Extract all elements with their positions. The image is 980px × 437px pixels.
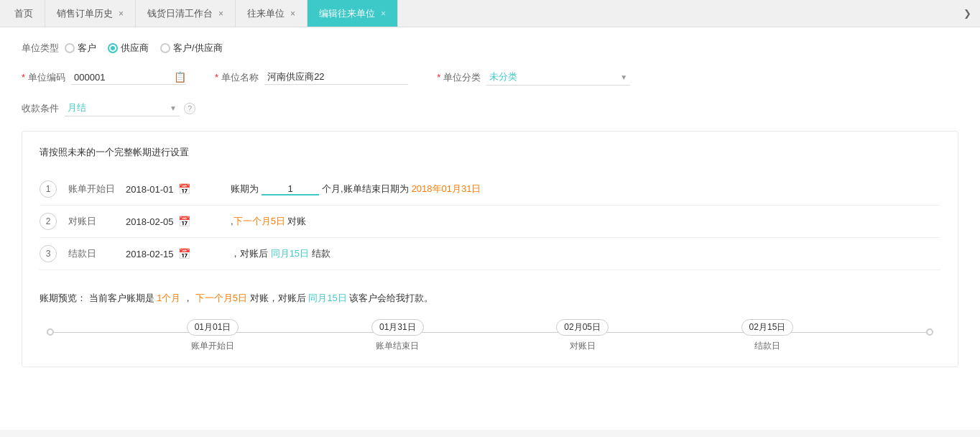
unit-name-star: * — [215, 72, 218, 83]
timeline-dot-left — [47, 328, 54, 336]
tab-sales-history[interactable]: 销售订单历史 × — [45, 0, 136, 27]
preview-highlight2: 下一个月5日 — [195, 293, 247, 303]
unit-code-icon[interactable]: 📋 — [174, 71, 186, 83]
timeline-badge-1: 01月01日 — [187, 319, 239, 336]
step-num-1: 1 — [40, 180, 57, 198]
step-value-3: 2018-02-15 📅 — [126, 248, 219, 259]
payment-value: 月结 — [68, 101, 167, 114]
step1-date: 2018-01-01 — [126, 184, 174, 195]
preview-section: 账期预览： 当前客户账期是 1个月 ， 下一个月5日 对账，对账后 同月15日 … — [40, 282, 940, 352]
unit-cat-label: 单位分类 — [443, 71, 481, 84]
radio-both[interactable]: 客户/供应商 — [160, 42, 223, 55]
step1-cal-icon[interactable]: 📅 — [178, 183, 190, 195]
tab-partner-label: 往来单位 — [247, 7, 285, 20]
payment-arrow: ▼ — [170, 104, 177, 112]
timeline-end-dot — [926, 319, 933, 336]
preview-highlight3: 同月15日 — [308, 293, 346, 303]
radio-customer-label: 客户 — [78, 42, 96, 55]
timeline-item-1: 01月01日 账单开始日 — [187, 319, 239, 352]
tab-expand-btn[interactable]: ❯ — [955, 0, 980, 27]
unit-category-group: * 单位分类 未分类 ▼ — [437, 69, 630, 86]
unit-name-input[interactable] — [264, 70, 408, 85]
unit-code-label: 单位编码 — [28, 71, 65, 84]
radio-both-circle — [160, 43, 170, 53]
step2-next-month: 下一个月5日 — [234, 216, 285, 226]
step-value-1: 2018-01-01 📅 — [126, 183, 219, 195]
unit-info-row: * 单位编码 📋 * 单位名称 * 单位分类 未分类 ▼ — [22, 69, 958, 86]
timeline-label-4: 结款日 — [754, 340, 780, 352]
step3-cal-icon[interactable]: 📅 — [178, 248, 190, 259]
unit-type-radio-group: 客户 供应商 客户/供应商 — [65, 42, 223, 55]
payment-help-icon[interactable]: ? — [184, 103, 195, 114]
unit-type-label: 单位类型 — [22, 42, 59, 55]
step1-period-input[interactable] — [262, 183, 319, 196]
step-row-2: 2 对账日 2018-02-05 📅 ,下一个月5日 对账 — [40, 206, 940, 238]
preview-text4: 该客户会给我打款。 — [349, 293, 433, 303]
tab-edit-label: 编辑往来单位 — [319, 7, 375, 20]
tab-partner[interactable]: 往来单位 × — [236, 0, 308, 27]
radio-customer[interactable]: 客户 — [65, 42, 96, 55]
tab-home[interactable]: 首页 — [0, 0, 45, 27]
unit-cat-dropdown[interactable]: 未分类 ▼ — [486, 69, 630, 86]
step-value-2: 2018-02-05 📅 — [126, 216, 219, 227]
unit-type-row: 单位类型 客户 供应商 客户/供应商 — [22, 42, 958, 55]
step3-pay: 结款 — [309, 248, 330, 259]
main-content: 单位类型 客户 供应商 客户/供应商 * 单位编码 — [0, 27, 980, 430]
step3-same-month: 同月15日 — [271, 248, 309, 259]
section-title: 请按照未来的一个完整帐期进行设置 — [40, 146, 940, 159]
preview-text: 账期预览： 当前客户账期是 1个月 ， 下一个月5日 对账，对账后 同月15日 … — [40, 292, 940, 305]
tab-sales-label: 销售订单历史 — [57, 7, 113, 20]
timeline-label-2: 账单结束日 — [376, 340, 419, 352]
unit-cat-arrow: ▼ — [620, 73, 627, 81]
step-desc-3: ，对账后 同月15日 结款 — [231, 247, 330, 260]
tab-partner-close[interactable]: × — [290, 9, 295, 19]
unit-name-group: * 单位名称 — [215, 70, 408, 85]
tab-edit-close[interactable]: × — [381, 9, 386, 19]
tab-sales-close[interactable]: × — [119, 9, 124, 19]
payment-row: 收款条件 月结 ▼ ? — [22, 100, 958, 116]
preview-text2: ， — [183, 293, 193, 303]
section-card: 请按照未来的一个完整帐期进行设置 1 账单开始日 2018-01-01 📅 账期… — [22, 131, 958, 367]
step2-cal-icon[interactable]: 📅 — [178, 216, 190, 227]
timeline-label-1: 账单开始日 — [191, 340, 234, 352]
step2-date: 2018-02-05 — [126, 216, 174, 227]
step1-desc-after: 个月,账单结束日期为 — [322, 183, 409, 196]
unit-code-input[interactable] — [71, 70, 171, 84]
tab-cash-close[interactable]: × — [218, 9, 223, 19]
timeline-row: 01月01日 账单开始日 01月31日 账单结束日 02月05日 对账日 — [47, 319, 933, 352]
radio-supplier-dot — [111, 46, 115, 50]
step1-end-date: 2018年01月31日 — [412, 183, 481, 196]
step-num-3: 3 — [40, 245, 57, 262]
unit-code-input-wrapper: 📋 — [71, 70, 186, 85]
tab-home-label: 首页 — [14, 7, 33, 20]
step-row-3: 3 结款日 2018-02-15 📅 ，对账后 同月15日 结款 — [40, 238, 940, 270]
step-row-1: 1 账单开始日 2018-01-01 📅 账期为 个月,账单结束日期为 2018… — [40, 173, 940, 206]
radio-supplier-circle — [108, 43, 118, 53]
step-label-2: 对账日 — [68, 215, 126, 228]
preview-highlight1: 1个月 — [157, 293, 180, 303]
timeline-label-3: 对账日 — [570, 340, 596, 352]
timeline-item-3: 02月05日 对账日 — [556, 319, 609, 352]
step-label-3: 结款日 — [68, 247, 126, 260]
step-label-1: 账单开始日 — [68, 183, 126, 196]
step-desc-1: 账期为 个月,账单结束日期为 2018年01月31日 — [231, 183, 481, 196]
radio-both-label: 客户/供应商 — [173, 42, 223, 55]
step3-date: 2018-02-15 — [126, 249, 174, 259]
payment-dropdown[interactable]: 月结 ▼ — [65, 100, 180, 116]
preview-text3: 对账，对账后 — [250, 293, 306, 303]
tab-cash-work[interactable]: 钱货日清工作台 × — [136, 0, 236, 27]
step2-reconcile: 对账 — [285, 216, 307, 226]
tab-edit-partner[interactable]: 编辑往来单位 × — [308, 0, 398, 27]
unit-name-label: 单位名称 — [221, 71, 259, 84]
timeline-start-dot — [47, 319, 54, 336]
payment-label: 收款条件 — [22, 102, 59, 115]
step3-comma: ，对账后 — [231, 248, 271, 259]
timeline-badge-3: 02月05日 — [556, 319, 609, 336]
timeline-item-2: 01月31日 账单结束日 — [371, 319, 424, 352]
radio-supplier[interactable]: 供应商 — [108, 42, 149, 55]
tab-cash-label: 钱货日清工作台 — [147, 7, 213, 20]
timeline-item-4: 02月15日 结款日 — [741, 319, 794, 352]
radio-supplier-label: 供应商 — [121, 42, 149, 55]
timeline-badge-2: 01月31日 — [371, 319, 424, 336]
timeline-wrapper: 01月01日 账单开始日 01月31日 账单结束日 02月05日 对账日 — [40, 319, 940, 352]
